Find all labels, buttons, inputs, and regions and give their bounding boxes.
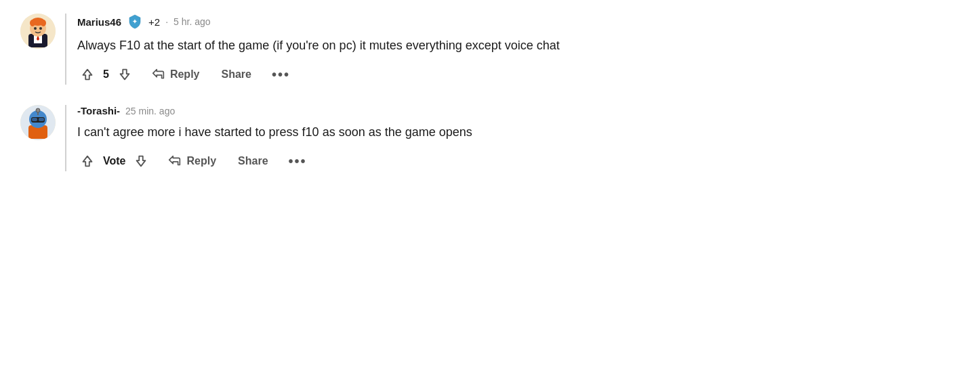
comment-meta-1: Marius46 ✦ +2· 5 hr. ago [77,14,956,30]
badge-icon: ✦ [127,14,143,30]
dot-separator: · [165,16,168,27]
svg-point-9 [39,27,42,30]
timestamp-1: 5 hr. ago [173,16,211,27]
karma-score: +2 [148,16,160,28]
avatar-1 [20,14,56,49]
svg-text:✦: ✦ [132,18,138,25]
more-button-2[interactable]: ••• [285,152,311,171]
timestamp-2: 25 min. ago [125,106,175,116]
avatar-2 [20,105,56,140]
svg-rect-16 [39,118,44,121]
comment-text-2: I can't agree more i have started to pre… [77,123,956,142]
share-button-1[interactable]: Share [216,66,256,83]
vote-group-1: 5 [77,64,135,85]
username-1[interactable]: Marius46 [77,16,121,28]
svg-point-6 [30,20,35,26]
comment-thread: Marius46 ✦ +2· 5 hr. ago Always F10 at t… [20,14,956,171]
comment-item-2: -Torashi- 25 min. ago I can't agree more… [20,105,956,171]
svg-point-7 [41,20,46,26]
share-button-2[interactable]: Share [232,152,273,170]
upvote-button-2[interactable] [77,151,98,171]
comment-actions-2: Vote Reply Share ••• [77,151,956,171]
svg-point-17 [36,108,40,112]
comment-item-1: Marius46 ✦ +2· 5 hr. ago Always F10 at t… [20,14,956,85]
username-2[interactable]: -Torashi- [77,105,120,116]
vote-label: Vote [103,155,125,167]
upvote-button-1[interactable] [77,64,98,85]
comment-text-1: Always F10 at the start of the game (if … [77,37,956,55]
comment-body-1: Marius46 ✦ +2· 5 hr. ago Always F10 at t… [65,14,956,85]
comment-actions-1: 5 Reply Share ••• [77,64,956,85]
more-button-1[interactable]: ••• [268,66,294,84]
reply-button-1[interactable]: Reply [146,64,205,85]
svg-point-8 [34,27,37,30]
comment-meta-2: -Torashi- 25 min. ago [77,105,956,116]
reply-button-2[interactable]: Reply [162,151,222,171]
vote-group-2: Vote [77,151,151,171]
downvote-button-2[interactable] [131,151,151,171]
downvote-button-1[interactable] [115,64,135,85]
comment-body-2: -Torashi- 25 min. ago I can't agree more… [65,105,956,171]
vote-count: 5 [103,68,109,81]
svg-rect-15 [32,118,37,121]
